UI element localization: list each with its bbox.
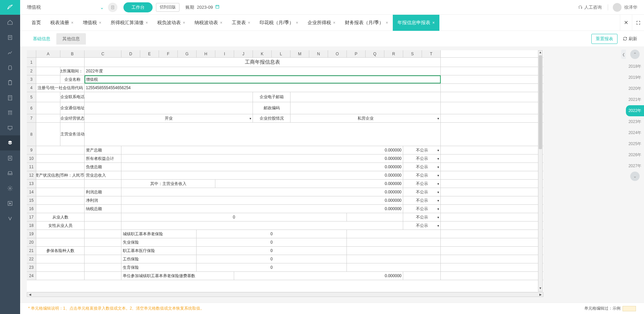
col-header-P[interactable]: P bbox=[347, 50, 366, 57]
cell[interactable]: 企业资产状况信息(币种：人民币万元) bbox=[36, 171, 85, 179]
year-2020年[interactable]: 2020年 bbox=[626, 83, 644, 94]
cell[interactable] bbox=[36, 163, 85, 171]
col-header-R[interactable]: R bbox=[384, 50, 403, 57]
company-name-cell[interactable]: 增值税 bbox=[85, 75, 441, 83]
cell[interactable]: 其中：主营业务收入 bbox=[121, 180, 215, 188]
nav-display-icon[interactable] bbox=[0, 120, 20, 135]
cell[interactable]: 失业保险 bbox=[121, 238, 197, 246]
cell[interactable]: 0.000000 bbox=[215, 180, 403, 188]
cell[interactable]: 0 bbox=[197, 247, 347, 255]
cell[interactable]: 0.000000 bbox=[234, 272, 403, 280]
cell[interactable] bbox=[347, 255, 441, 263]
cell[interactable]: 从业人数 bbox=[36, 213, 85, 221]
col-header-C[interactable]: C bbox=[85, 50, 121, 57]
nav-report-icon[interactable] bbox=[0, 135, 20, 150]
row-header-24[interactable]: 24 bbox=[27, 272, 36, 280]
cell[interactable]: 利润总额 bbox=[85, 188, 121, 196]
close-icon[interactable]: × bbox=[432, 20, 435, 25]
col-header-B[interactable]: B bbox=[60, 50, 85, 57]
cell[interactable]: 不公示 bbox=[403, 154, 441, 163]
nav-settings-icon[interactable] bbox=[0, 181, 20, 196]
cell[interactable]: 2022年度 bbox=[85, 67, 441, 75]
cell[interactable]: 企业控股情况 bbox=[253, 114, 290, 122]
cell[interactable] bbox=[403, 272, 441, 280]
col-header-H[interactable]: H bbox=[197, 50, 215, 57]
cell[interactable]: 0 bbox=[121, 213, 347, 221]
close-icon[interactable]: × bbox=[248, 20, 250, 25]
row-header-8[interactable]: 8 bbox=[27, 123, 36, 146]
tab-税负波动表[interactable]: 税负波动表× bbox=[153, 15, 190, 31]
close-icon[interactable]: × bbox=[71, 20, 73, 25]
cell[interactable] bbox=[36, 255, 85, 263]
rail-up-icon[interactable]: ⌃ bbox=[630, 50, 640, 59]
switch-old-button[interactable]: 切到旧版 bbox=[156, 3, 179, 12]
col-header-D[interactable]: D bbox=[121, 50, 140, 57]
spreadsheet[interactable]: ABCDEFGHIJKLMNOPQRST1工商年报信息表2税款所属期间：2022… bbox=[27, 50, 543, 292]
year-2018年[interactable]: 2018年 bbox=[626, 61, 644, 72]
year-2025年[interactable]: 2025年 bbox=[626, 138, 644, 149]
nav-sheet-icon[interactable] bbox=[0, 30, 20, 45]
cell[interactable]: 税款所属期间： bbox=[60, 67, 85, 75]
cell[interactable]: 0 bbox=[197, 238, 347, 246]
workspace-button[interactable]: 工作台 bbox=[123, 2, 153, 12]
row-header-7[interactable]: 7 bbox=[27, 114, 36, 122]
row-header-21[interactable]: 21 bbox=[27, 247, 36, 255]
cell[interactable]: 0.000000 bbox=[121, 196, 403, 204]
row-header-20[interactable]: 20 bbox=[27, 238, 36, 246]
cell[interactable] bbox=[36, 196, 85, 204]
cell[interactable]: 不公示 bbox=[403, 163, 441, 171]
cell[interactable] bbox=[85, 272, 121, 280]
close-icon[interactable]: × bbox=[146, 20, 148, 25]
close-icon[interactable]: × bbox=[296, 20, 298, 25]
row-header-17[interactable]: 17 bbox=[27, 213, 36, 221]
cell[interactable] bbox=[347, 263, 441, 271]
nav-v-icon[interactable] bbox=[0, 211, 20, 226]
cell[interactable]: 职工基本医疗保险 bbox=[121, 247, 197, 255]
cell[interactable]: 净利润 bbox=[85, 196, 121, 204]
nav-column-icon[interactable] bbox=[0, 105, 20, 120]
row-header-11[interactable]: 11 bbox=[27, 163, 36, 171]
cell[interactable] bbox=[36, 102, 60, 114]
close-icon[interactable]: × bbox=[220, 20, 222, 25]
cell[interactable]: 0.000000 bbox=[121, 205, 403, 213]
col-header-M[interactable]: M bbox=[290, 50, 309, 57]
year-2021年[interactable]: 2021年 bbox=[626, 94, 644, 105]
col-header-J[interactable]: J bbox=[234, 50, 253, 57]
cell[interactable] bbox=[36, 205, 85, 213]
nav-play-icon[interactable] bbox=[0, 196, 20, 211]
cell[interactable] bbox=[290, 92, 441, 102]
tab-财务报表（月/季）[interactable]: 财务报表（月/季）× bbox=[340, 15, 393, 31]
close-icon[interactable]: × bbox=[183, 20, 185, 25]
row-header-22[interactable]: 22 bbox=[27, 255, 36, 263]
cell[interactable] bbox=[36, 263, 85, 271]
tab-首页[interactable]: 首页 bbox=[27, 15, 46, 31]
tab-印花税（月/季）[interactable]: 印花税（月/季）× bbox=[255, 15, 303, 31]
cell[interactable] bbox=[85, 180, 121, 188]
refresh-button[interactable]: 刷新 bbox=[623, 36, 637, 42]
cell[interactable]: 不公示 bbox=[403, 146, 441, 154]
cell[interactable]: 0.000000 bbox=[121, 171, 403, 179]
cell[interactable] bbox=[36, 92, 60, 102]
cell[interactable]: 纳税总额 bbox=[85, 205, 121, 213]
tab-增值税[interactable]: 增值税× bbox=[78, 15, 106, 31]
cell[interactable] bbox=[36, 238, 85, 246]
cell[interactable]: 生育保险 bbox=[121, 263, 197, 271]
scroll-thumb[interactable] bbox=[539, 55, 542, 149]
cell[interactable] bbox=[347, 247, 441, 255]
cell[interactable]: 私营企业 bbox=[290, 114, 441, 122]
cell[interactable] bbox=[36, 67, 60, 75]
horizontal-scrollbar[interactable]: ◀▶ bbox=[27, 292, 543, 298]
vertical-scrollbar[interactable]: ▲▼ bbox=[538, 50, 543, 292]
tab-fullscreen[interactable] bbox=[632, 15, 644, 31]
year-2022年[interactable]: 2022年 bbox=[626, 105, 644, 116]
cell[interactable]: 资产总额 bbox=[85, 146, 121, 154]
cell[interactable]: 不公示 bbox=[403, 196, 441, 204]
nav-export-icon[interactable] bbox=[0, 150, 20, 166]
cell[interactable]: 城镇职工基本养老保险 bbox=[121, 230, 197, 238]
cell[interactable] bbox=[36, 230, 85, 238]
row-header-6[interactable]: 6 bbox=[27, 102, 36, 114]
username[interactable]: 徐泽华 bbox=[624, 4, 637, 10]
period-value[interactable]: 2023-09 bbox=[197, 5, 213, 10]
cell[interactable]: 0 bbox=[197, 263, 347, 271]
calendar-icon[interactable] bbox=[215, 4, 220, 10]
